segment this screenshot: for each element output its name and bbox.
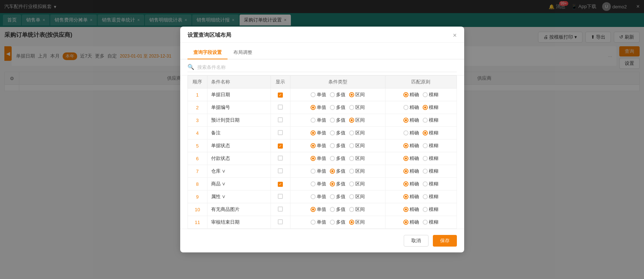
type-radio-区间[interactable]: 区间 [349,104,365,111]
row-order: 7 [187,165,207,178]
match-radio-模糊[interactable]: 模糊 [423,155,438,162]
search-input[interactable] [197,64,270,70]
match-radio-模糊[interactable]: 模糊 [423,219,438,225]
match-radio-模糊[interactable]: 模糊 [423,181,438,187]
match-radio-精确[interactable]: 精确 [403,155,419,162]
type-radio-多值[interactable]: 多值 [330,91,345,98]
type-radio-单值[interactable]: 单值 [311,104,326,111]
row-show[interactable] [270,140,290,152]
type-radio-区间[interactable]: 区间 [349,206,365,213]
row-order: 2 [187,101,207,114]
type-radio-多值[interactable]: 多值 [330,117,345,123]
modal-table-row: 1单据日期单值多值区间精确模糊 [187,89,457,101]
match-radio-精确[interactable]: 精确 [403,130,419,136]
type-radio-单值[interactable]: 单值 [311,206,326,213]
type-radio-多值[interactable]: 多值 [330,219,345,225]
type-radio-区间[interactable]: 区间 [349,219,365,225]
modal-tabs: 查询字段设置 布局调整 [180,43,464,59]
type-radio-多值[interactable]: 多值 [330,168,345,174]
modal-footer: 取消 保存 [180,229,464,252]
show-checkbox[interactable] [278,182,283,187]
match-radio-模糊[interactable]: 模糊 [423,130,438,136]
row-name: 单据状态 [207,140,270,152]
type-radio-单值[interactable]: 单值 [311,91,326,98]
match-radio-模糊[interactable]: 模糊 [423,117,438,123]
row-show[interactable] [270,216,290,229]
match-radio-精确[interactable]: 精确 [403,219,419,225]
match-radio-模糊[interactable]: 模糊 [423,91,438,98]
type-radio-多值[interactable]: 多值 [330,104,345,111]
modal-close-button[interactable]: × [453,32,457,39]
show-checkbox[interactable] [278,168,283,173]
modal-tab-layout[interactable]: 布局调整 [228,46,258,59]
row-show[interactable] [270,190,290,203]
type-radio-区间[interactable]: 区间 [349,193,365,200]
show-checkbox[interactable] [278,207,283,212]
col-order: 顺序 [187,76,207,89]
row-show[interactable] [270,89,290,101]
type-radio-单值[interactable]: 单值 [311,117,326,123]
row-match: 精确模糊 [385,101,457,114]
row-show[interactable] [270,203,290,216]
cancel-button[interactable]: 取消 [404,235,428,247]
type-radio-多值[interactable]: 多值 [330,181,345,187]
type-radio-多值[interactable]: 多值 [330,130,345,136]
show-checkbox[interactable] [278,130,283,135]
row-show[interactable] [270,152,290,165]
modal-table-wrap: 顺序 条件名称 显示 条件类型 匹配原则 1单据日期单值多值区间精确模糊2单据编… [180,75,464,229]
show-checkbox[interactable] [278,156,283,161]
show-checkbox[interactable] [278,105,283,110]
show-checkbox[interactable] [278,117,283,122]
type-radio-区间[interactable]: 区间 [349,181,365,187]
modal-tab-query-fields[interactable]: 查询字段设置 [187,46,228,59]
match-radio-精确[interactable]: 精确 [403,193,419,200]
row-show[interactable] [270,178,290,190]
show-checkbox[interactable] [278,144,283,149]
match-radio-模糊[interactable]: 模糊 [423,104,438,111]
type-radio-区间[interactable]: 区间 [349,91,365,98]
show-checkbox[interactable] [278,219,283,224]
modal-tab-query-fields-label: 查询字段设置 [193,50,222,55]
row-type: 单值多值区间 [291,140,386,152]
type-radio-多值[interactable]: 多值 [330,142,345,149]
match-radio-模糊[interactable]: 模糊 [423,168,438,174]
type-radio-单值[interactable]: 单值 [311,168,326,174]
match-radio-模糊[interactable]: 模糊 [423,193,438,200]
match-radio-精确[interactable]: 精确 [403,91,419,98]
modal-table-row: 10有无商品图片单值多值区间精确模糊 [187,203,457,216]
match-radio-精确[interactable]: 精确 [403,168,419,174]
type-radio-多值[interactable]: 多值 [330,155,345,162]
type-radio-区间[interactable]: 区间 [349,142,365,149]
type-radio-单值[interactable]: 单值 [311,155,326,162]
match-radio-精确[interactable]: 精确 [403,206,419,213]
show-checkbox[interactable] [278,194,283,199]
type-radio-多值[interactable]: 多值 [330,206,345,213]
row-match: 精确模糊 [385,89,457,101]
type-radio-区间[interactable]: 区间 [349,130,365,136]
type-radio-区间[interactable]: 区间 [349,117,365,123]
type-radio-多值[interactable]: 多值 [330,193,345,200]
type-radio-区间[interactable]: 区间 [349,168,365,174]
row-order: 8 [187,178,207,190]
row-name: 备注 [207,127,270,140]
show-checkbox[interactable] [278,93,283,98]
match-radio-精确[interactable]: 精确 [403,104,419,111]
type-radio-单值[interactable]: 单值 [311,181,326,187]
row-show[interactable] [270,101,290,114]
row-show[interactable] [270,127,290,140]
match-radio-精确[interactable]: 精确 [403,142,419,149]
match-radio-精确[interactable]: 精确 [403,181,419,187]
row-match: 精确模糊 [385,127,457,140]
save-button[interactable]: 保存 [433,235,457,247]
type-radio-区间[interactable]: 区间 [349,155,365,162]
type-radio-单值[interactable]: 单值 [311,219,326,225]
row-show[interactable] [270,114,290,127]
match-radio-精确[interactable]: 精确 [403,117,419,123]
type-radio-单值[interactable]: 单值 [311,193,326,200]
match-radio-模糊[interactable]: 模糊 [423,142,438,149]
row-name: 属性 ∨ [207,190,270,203]
row-show[interactable] [270,165,290,178]
match-radio-模糊[interactable]: 模糊 [423,206,438,213]
type-radio-单值[interactable]: 单值 [311,142,326,149]
type-radio-单值[interactable]: 单值 [311,130,326,136]
